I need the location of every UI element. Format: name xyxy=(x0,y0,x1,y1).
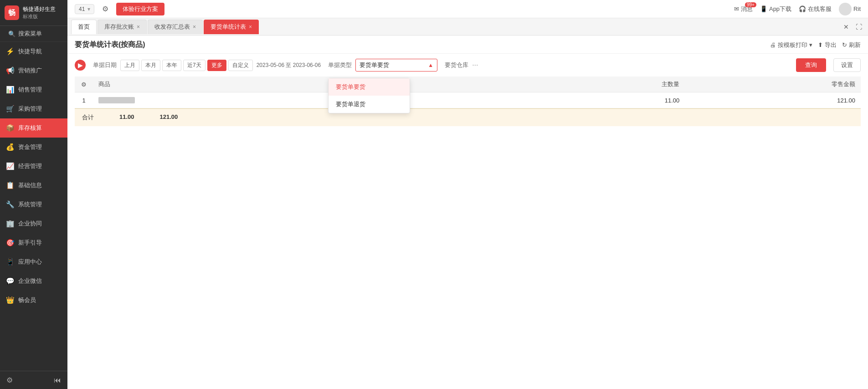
this-year-btn[interactable]: 本年 xyxy=(162,60,181,71)
header-right: ✉ 消息 99+ 📱 App下载 🎧 在线客服 Rit xyxy=(734,3,861,15)
type-filter-group: 单据类型 要货单要货 ▲ 要货单要货 要货单退货 xyxy=(328,59,437,72)
sidebar-item-wechat[interactable]: 💬 企业微信 xyxy=(0,271,67,291)
this-month-btn[interactable]: 本月 xyxy=(141,60,160,71)
table-wrapper: ⚙ 商品 主计量单位 主数量 零售金额 1 块 11. xyxy=(67,77,868,108)
search-menu[interactable]: 🔍 搜索菜单 xyxy=(0,26,67,42)
table-header-row: ⚙ 商品 主计量单位 主数量 零售金额 xyxy=(75,77,861,92)
sidebar-item-guide[interactable]: 🎯 新手引导 xyxy=(0,233,67,252)
close-tab-order-stat[interactable]: × xyxy=(249,24,252,30)
type-select-value: 要货单要货 xyxy=(360,61,428,69)
search-icon: 🔍 xyxy=(8,31,15,37)
settings-column-header[interactable]: ⚙ xyxy=(75,77,93,92)
maximize-button[interactable]: ⛶ xyxy=(853,21,864,32)
row-no: 1 xyxy=(75,92,93,108)
close-tab-batch-account[interactable]: × xyxy=(137,24,140,30)
print-button[interactable]: 🖨 按模板打印 ▾ xyxy=(770,41,812,49)
guide-icon: 🎯 xyxy=(5,238,15,247)
column-settings-button[interactable]: 设置 xyxy=(833,58,861,72)
table-row: 1 块 11.00 121.00 xyxy=(75,92,861,108)
refresh-icon: ↻ xyxy=(842,41,847,48)
sidebar-item-operation[interactable]: 📈 经营管理 xyxy=(0,157,67,176)
tab-batch-account[interactable]: 库存批次账 × xyxy=(98,20,147,34)
operation-icon: 📈 xyxy=(5,162,15,171)
sidebar-item-system[interactable]: 🔧 系统管理 xyxy=(0,195,67,214)
user-profile[interactable]: Rit xyxy=(839,3,861,15)
export-button[interactable]: ⬆ 导出 xyxy=(818,41,837,49)
trial-button[interactable]: 体验行业方案 xyxy=(116,3,164,15)
tab-order-stat[interactable]: 要货单统计表 × xyxy=(204,20,259,34)
table-footer: 合计 11.00 121.00 xyxy=(75,108,861,126)
tab-bar-actions: ✕ ⛶ xyxy=(841,21,864,32)
more-dates-btn[interactable]: 更多 xyxy=(207,60,226,71)
content-area: 要货单统计表(按商品) 🖨 按模板打印 ▾ ⬆ 导出 ↻ 刷新 xyxy=(67,36,868,389)
company-selector[interactable]: 41 ▾ xyxy=(75,4,94,14)
tab-home[interactable]: 首页 xyxy=(71,20,97,34)
footer-amount: 121.00 xyxy=(156,113,178,122)
date-buttons: 上月 本月 本年 近7天 更多 自定义 xyxy=(120,60,253,71)
qty-column-header: 主数量 xyxy=(539,77,685,92)
sidebar-item-member[interactable]: 👑 畅会员 xyxy=(0,291,67,310)
date-range-text: 2023-05-06 至 2023-06-06 xyxy=(257,61,321,69)
member-icon: 👑 xyxy=(5,296,15,305)
warehouse-filter-group: 要货仓库 ··· xyxy=(445,61,478,69)
basic-icon: 📋 xyxy=(5,181,15,190)
amount-column-header: 零售金额 xyxy=(685,77,861,92)
app-download-button[interactable]: 📱 App下载 xyxy=(760,5,791,13)
close-tab-receive-summary[interactable]: × xyxy=(193,24,196,30)
sidebar-item-inventory[interactable]: 📦 库存核算 xyxy=(0,118,67,138)
sidebar-item-enterprise[interactable]: 🏢 企业协同 xyxy=(0,214,67,233)
warehouse-label: 要货仓库 xyxy=(445,61,468,69)
close-all-tabs-button[interactable]: ✕ xyxy=(841,21,852,32)
sidebar-item-purchase[interactable]: 🛒 采购管理 xyxy=(0,99,67,118)
download-icon: 📱 xyxy=(760,5,767,12)
product-column-header: 商品 xyxy=(93,77,334,92)
sidebar-logo: 畅 畅捷通好生意 标准版 xyxy=(0,0,67,26)
sidebar-item-quick-nav[interactable]: ⚡ 快捷导航 xyxy=(0,42,67,61)
data-table: ⚙ 商品 主计量单位 主数量 零售金额 1 块 11. xyxy=(75,77,861,108)
user-avatar xyxy=(839,3,852,15)
last-month-btn[interactable]: 上月 xyxy=(120,60,139,71)
more-filters-icon[interactable]: ··· xyxy=(472,61,478,69)
online-service-button[interactable]: 🎧 在线客服 xyxy=(799,5,832,13)
settings-footer-icon[interactable]: ⚙ xyxy=(6,376,13,384)
query-button[interactable]: 查询 xyxy=(796,58,826,72)
page-actions: 🖨 按模板打印 ▾ ⬆ 导出 ↻ 刷新 xyxy=(770,41,861,49)
row-product xyxy=(93,92,334,108)
wechat-icon: 💬 xyxy=(5,276,15,286)
chevron-down-icon: ▾ xyxy=(87,6,90,12)
type-select-arrow-icon: ▲ xyxy=(428,62,433,68)
sidebar-item-finance[interactable]: 💰 资金管理 xyxy=(0,138,67,157)
sidebar-item-sales[interactable]: 📊 销售管理 xyxy=(0,80,67,99)
type-select[interactable]: 要货单要货 ▲ xyxy=(355,59,437,72)
row-amount: 121.00 xyxy=(685,92,861,108)
dropdown-item-order[interactable]: 要货单要货 xyxy=(329,78,410,96)
print-icon: 🖨 xyxy=(770,41,776,48)
tab-bar: 首页 库存批次账 × 收发存汇总表 × 要货单统计表 × ✕ ⛶ xyxy=(67,18,868,36)
system-icon: 🔧 xyxy=(5,200,15,209)
inventory-icon: 📦 xyxy=(5,123,15,133)
dropdown-item-return[interactable]: 要货单退货 xyxy=(329,96,410,113)
sidebar-item-app-center[interactable]: 📱 应用中心 xyxy=(0,252,67,271)
finance-icon: 💰 xyxy=(5,143,15,152)
last-7-days-btn[interactable]: 近7天 xyxy=(183,60,205,71)
custom-date-btn[interactable]: 自定义 xyxy=(228,60,253,71)
messages-button[interactable]: ✉ 消息 99+ xyxy=(734,5,753,13)
messages-icon: ✉ xyxy=(734,5,739,12)
expand-filter-button[interactable]: ▶ xyxy=(75,60,86,71)
sidebar-item-marketing[interactable]: 📢 营销推广 xyxy=(0,61,67,80)
date-label: 单据日期 xyxy=(93,61,117,69)
type-dropdown: 要货单要货 要货单退货 xyxy=(328,78,410,113)
settings-gear-button[interactable]: ⚙ xyxy=(99,3,112,15)
logo-icon: 畅 xyxy=(5,5,19,20)
main-area: 41 ▾ ⚙ 体验行业方案 ✉ 消息 99+ 📱 App下载 🎧 在线客服 R xyxy=(67,0,868,389)
type-label: 单据类型 xyxy=(328,61,352,69)
collapse-icon[interactable]: ⏮ xyxy=(54,376,61,384)
sidebar-item-basic[interactable]: 📋 基础信息 xyxy=(0,176,67,195)
page-title: 要货单统计表(按商品) xyxy=(75,40,145,50)
date-filter-group: 单据日期 上月 本月 本年 近7天 更多 自定义 2023-05-06 至 20… xyxy=(93,60,321,71)
tab-receive-summary[interactable]: 收发存汇总表 × xyxy=(148,20,203,34)
sidebar-nav: ⚡ 快捷导航 📢 营销推广 📊 销售管理 🛒 采购管理 📦 库存核算 💰 资金管… xyxy=(0,42,67,371)
refresh-button[interactable]: ↻ 刷新 xyxy=(842,41,861,49)
service-icon: 🎧 xyxy=(799,5,806,12)
top-header: 41 ▾ ⚙ 体验行业方案 ✉ 消息 99+ 📱 App下载 🎧 在线客服 R xyxy=(67,0,868,18)
